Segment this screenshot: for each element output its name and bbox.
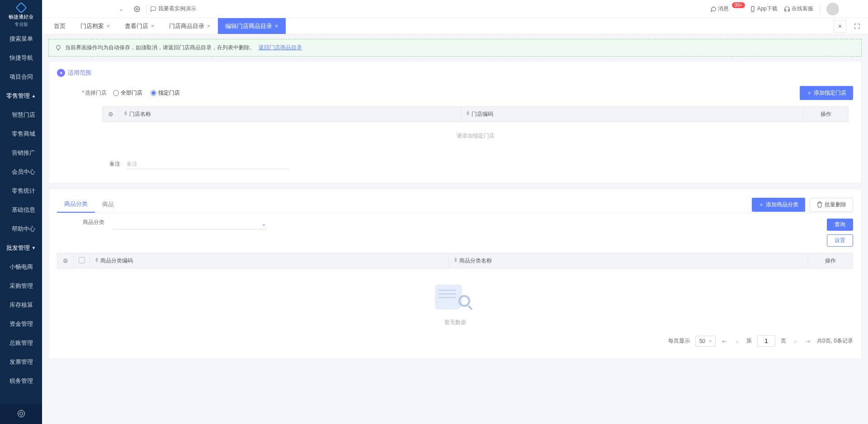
menu-project-contract[interactable]: 项目合同 <box>0 67 42 86</box>
col-classify-name[interactable]: ▲▼商品分类名称 <box>449 253 808 269</box>
close-icon[interactable]: × <box>275 23 278 29</box>
subtab-goods[interactable]: 商品 <box>95 197 121 212</box>
brand-edition: 专业版 <box>14 21 28 28</box>
messages-button[interactable]: 消息 99+ <box>710 5 743 13</box>
batch-delete-button[interactable]: 批量删除 <box>810 198 853 212</box>
add-specific-store-label: 添加指定门店 <box>814 89 846 97</box>
query-button[interactable]: 查询 <box>827 219 853 231</box>
first-page-button[interactable]: ⇤ <box>721 338 728 345</box>
info-banner: 当前界面操作均为自动保存，如须取消，请返回门店商品目录，在列表中删除。 返回门店… <box>48 39 862 57</box>
page-number-input[interactable] <box>757 335 775 347</box>
table-settings-header[interactable]: ⚙ <box>57 253 74 269</box>
select-store-label: *选择门店 <box>71 89 107 97</box>
tab-label: 查看门店 <box>125 22 148 30</box>
close-icon[interactable]: × <box>107 23 110 29</box>
tab-label: 编辑门店商品目录 <box>225 22 272 30</box>
gear-icon: ⚙ <box>63 257 68 264</box>
fullscreen-icon[interactable] <box>851 20 863 33</box>
banner-link[interactable]: 返回门店商品目录 <box>259 44 302 52</box>
close-icon[interactable]: × <box>151 23 154 29</box>
checkbox-icon[interactable] <box>79 257 85 263</box>
messages-badge: 99+ <box>732 2 745 8</box>
radio-all-input[interactable] <box>113 90 119 96</box>
org-selector[interactable]: ⌄ <box>47 4 128 14</box>
banner-text: 当前界面操作均为自动保存，如须取消，请返回门店商品目录，在列表中删除。 <box>65 44 255 52</box>
tab-view-store[interactable]: 查看门店 × <box>118 18 162 34</box>
menu-tax[interactable]: 税务管理 <box>0 372 42 391</box>
menu-retail-group[interactable]: 零售管理 ▲ <box>0 86 42 105</box>
tab-label: 门店商品目录 <box>169 22 204 30</box>
menu-basic-info[interactable]: 基础信息 <box>0 200 42 219</box>
radio-all-stores[interactable]: 全部门店 <box>113 89 142 97</box>
menu-retail-stats[interactable]: 零售统计 <box>0 181 42 200</box>
app-download-label: App下载 <box>757 5 778 13</box>
page-prefix: 第 <box>746 337 752 345</box>
empty-text: 暂无数据 <box>444 319 466 326</box>
app-download-button[interactable]: App下载 <box>750 5 778 13</box>
store-table: ⚙ ▲▼门店名称 ▲▼门店编码 操作 请添加指定门店 <box>102 106 849 150</box>
brand-name: 畅捷通好业 <box>9 14 33 20</box>
menu-ledger[interactable]: 总账管理 <box>0 333 42 353</box>
menu-ecommerce[interactable]: 小畅电商 <box>0 257 42 276</box>
tab-store-archive[interactable]: 门店档案 × <box>73 18 118 34</box>
last-page-button[interactable]: ⇥ <box>804 338 811 345</box>
prev-page-button[interactable]: ‹ <box>734 338 741 345</box>
settings-gear-icon[interactable] <box>132 4 142 14</box>
topbar: ⌄ 我要看实例演示 消息 99+ App下载 <box>42 0 868 18</box>
tab-store-goods-catalog[interactable]: 门店商品目录 × <box>162 18 218 34</box>
col-classify-code[interactable]: ▲▼商品分类编码 <box>90 253 449 269</box>
col-store-name[interactable]: ▲▼门店名称 <box>119 107 461 122</box>
menu-inventory[interactable]: 库存核算 <box>0 295 42 314</box>
classify-filter-select[interactable]: ⌄ <box>113 219 266 229</box>
per-page-select[interactable]: 50 <box>695 336 716 347</box>
radio-specific-input[interactable] <box>151 90 156 96</box>
logo-icon <box>15 2 27 13</box>
scope-icon: ✦ <box>57 69 65 77</box>
content-area: 当前界面操作均为自动保存，如须取消，请返回门店商品目录，在列表中删除。 返回门店… <box>42 34 868 424</box>
sidebar-menu: 搜索菜单 快捷导航 项目合同 零售管理 ▲ 智慧门店 零售商城 营销推广 会员中… <box>0 29 42 405</box>
menu-invoice[interactable]: 发票管理 <box>0 353 42 372</box>
radio-specific-stores[interactable]: 指定门店 <box>151 89 180 97</box>
online-support-button[interactable]: 在线客服 <box>784 5 813 13</box>
menu-funds[interactable]: 资金管理 <box>0 314 42 333</box>
select-all-header[interactable] <box>74 253 90 269</box>
menu-wholesale-label: 批发管理 <box>6 244 30 252</box>
menu-retail-mall[interactable]: 零售商城 <box>0 124 42 143</box>
sort-icon: ▲▼ <box>94 257 99 262</box>
pagination: 每页显示 50 ⇤ ‹ 第 页 › ⇥ 共0页, 0条记录 <box>57 331 853 351</box>
menu-quicknav[interactable]: 快捷导航 <box>0 48 42 67</box>
subtab-classify[interactable]: 商品分类 <box>57 196 95 213</box>
sidebar-settings[interactable] <box>0 405 42 424</box>
col-store-code[interactable]: ▲▼门店编码 <box>461 107 803 122</box>
next-page-button[interactable]: › <box>792 338 799 345</box>
close-all-tabs-button[interactable]: × <box>834 20 846 33</box>
divider <box>820 5 820 14</box>
avatar[interactable] <box>826 3 839 15</box>
menu-retail-label: 零售管理 <box>6 92 30 100</box>
menu-help-center[interactable]: 帮助中心 <box>0 219 42 238</box>
menu-purchase[interactable]: 采购管理 <box>0 276 42 295</box>
table-settings-header[interactable]: ⚙ <box>103 107 119 122</box>
tab-home[interactable]: 首页 <box>47 18 73 34</box>
trash-icon <box>816 201 823 208</box>
plus-icon: ＋ <box>807 89 812 97</box>
col-operation: 操作 <box>803 107 849 122</box>
menu-search[interactable]: 搜索菜单 <box>0 29 42 48</box>
menu-smart-store[interactable]: 智慧门店 <box>0 105 42 124</box>
demo-link[interactable]: 我要看实例演示 <box>150 5 196 13</box>
remark-input[interactable] <box>127 159 289 169</box>
remark-label: 备注 <box>93 160 120 168</box>
per-page-label: 每页显示 <box>668 337 690 345</box>
close-icon[interactable]: × <box>207 23 210 29</box>
add-specific-store-button[interactable]: ＋ 添加指定门店 <box>800 86 853 100</box>
settings-button[interactable]: 设置 <box>827 234 853 247</box>
menu-marketing[interactable]: 营销推广 <box>0 143 42 162</box>
caret-down-icon: ▼ <box>32 246 36 250</box>
tabbar: 首页 门店档案 × 查看门店 × 门店商品目录 × 编辑门店商品目录 × × <box>42 18 868 34</box>
add-classify-button[interactable]: ＋ 添加商品分类 <box>752 198 805 212</box>
chevron-down-icon: ⌄ <box>119 6 123 12</box>
menu-member-center[interactable]: 会员中心 <box>0 162 42 181</box>
menu-wholesale-group[interactable]: 批发管理 ▼ <box>0 238 42 257</box>
add-classify-label: 添加商品分类 <box>766 201 798 209</box>
tab-edit-store-goods-catalog[interactable]: 编辑门店商品目录 × <box>218 18 286 34</box>
